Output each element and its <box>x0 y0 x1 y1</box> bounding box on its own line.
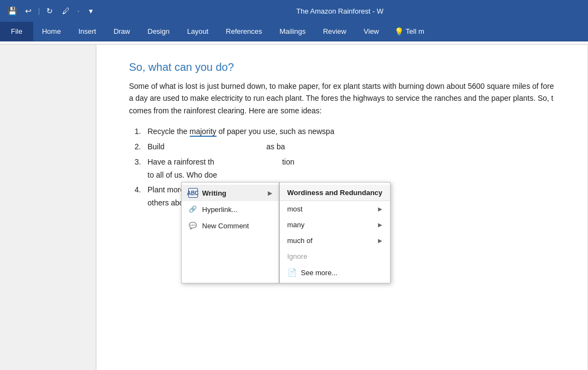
list-number: 4. <box>129 184 141 210</box>
save-icon: 💾 <box>8 7 17 15</box>
list-text: Recycle the majority of paper you use, s… <box>148 125 555 138</box>
title-bar: 💾 ↩ | ↻ 🖊 · ▾ The Amazon Rainforest - W <box>0 0 588 22</box>
document-page: So, what can you do? Some of what is los… <box>97 45 587 370</box>
menu-layout[interactable]: Layout <box>178 22 217 41</box>
comment-icon: 💬 <box>188 221 198 231</box>
highlighted-word: majority <box>190 127 217 137</box>
menu-view[interactable]: View <box>355 22 388 41</box>
submenu-header: Wordiness and Redundancy <box>280 185 391 201</box>
submenu-many-label: many <box>287 221 305 229</box>
menu-draw[interactable]: Draw <box>105 22 139 41</box>
undo-button[interactable]: ↩ <box>22 4 35 17</box>
menu-insert[interactable]: Insert <box>70 22 105 41</box>
list-item: 2. Build as ba <box>129 141 555 154</box>
redo-icon: ↻ <box>46 7 53 15</box>
abc-icon: ABC <box>188 188 198 198</box>
tell-me[interactable]: 💡 Tell m <box>388 22 431 41</box>
undo-icon: ↩ <box>25 7 32 15</box>
submenu-much-of[interactable]: much of ▶ <box>280 233 391 248</box>
ctx-hyperlink[interactable]: 🔗 Hyperlink... <box>182 201 279 217</box>
list-item: 3. Have a rainforest th tionto all of us… <box>129 156 555 182</box>
lightbulb-icon: 💡 <box>394 27 404 36</box>
menu-references[interactable]: References <box>217 22 271 41</box>
dropdown-icon: ▾ <box>89 7 93 15</box>
ctx-new-comment[interactable]: 💬 New Comment <box>182 217 279 234</box>
list-item: 1. Recycle the majority of paper you use… <box>129 125 555 138</box>
redo-button[interactable]: ↻ <box>43 4 56 17</box>
main-area: So, what can you do? Some of what is los… <box>0 45 588 370</box>
document-area: So, what can you do? Some of what is los… <box>95 45 588 370</box>
ctx-new-comment-label: New Comment <box>202 222 249 230</box>
format-icon: 🖊 <box>62 7 70 15</box>
submenu-many-arrow: ▶ <box>378 222 382 228</box>
see-more-label: See more... <box>301 269 338 277</box>
menu-mailings[interactable]: Mailings <box>271 22 315 41</box>
submenu-most-label: most <box>287 205 303 213</box>
submenu-see-more[interactable]: 📄 See more... <box>280 264 391 281</box>
window-title: The Amazon Rainforest - W <box>97 7 583 15</box>
ctx-writing[interactable]: ABC Writing ▶ <box>182 185 279 201</box>
save-button[interactable]: 💾 <box>5 4 19 17</box>
separator-1: | <box>38 7 40 15</box>
menu-bar: File Home Insert Draw Design Layout Refe… <box>0 22 588 41</box>
submenu-ignore-label: Ignore <box>287 252 308 260</box>
left-panel <box>0 45 95 370</box>
submenu-much-of-label: much of <box>287 236 313 245</box>
context-menu-wrapper: ABC Writing ▶ 🔗 Hyperlink... 💬 New Comme… <box>181 182 391 283</box>
dropdown-button[interactable]: ▾ <box>84 4 97 17</box>
tell-me-text: Tell m <box>406 27 424 35</box>
quick-access-toolbar: 💾 ↩ | ↻ 🖊 · ▾ <box>5 4 97 17</box>
separator-2: · <box>77 5 80 17</box>
menu-file[interactable]: File <box>0 22 33 41</box>
menu-home[interactable]: Home <box>33 22 70 41</box>
body-paragraph: Some of what is lost is just burned down… <box>129 80 555 117</box>
ctx-writing-label: Writing <box>202 189 227 197</box>
menu-design[interactable]: Design <box>139 22 178 41</box>
submenu-much-of-arrow: ▶ <box>378 238 382 244</box>
menu-review[interactable]: Review <box>314 22 355 41</box>
list-number: 1. <box>129 125 141 138</box>
submenu-most-arrow: ▶ <box>378 206 382 212</box>
submenu-many[interactable]: many ▶ <box>280 217 391 233</box>
ctx-hyperlink-label: Hyperlink... <box>202 205 238 214</box>
format-button[interactable]: 🖊 <box>59 4 73 17</box>
see-more-icon: 📄 <box>287 268 297 277</box>
writing-submenu: Wordiness and Redundancy most ▶ many ▶ m… <box>279 182 391 283</box>
list-text: Have a rainforest th tionto all of us. W… <box>148 156 555 182</box>
context-menu: ABC Writing ▶ 🔗 Hyperlink... 💬 New Comme… <box>181 182 279 283</box>
list-number: 3. <box>129 156 141 182</box>
list-text: Build as ba <box>148 141 555 154</box>
section-heading: So, what can you do? <box>129 61 555 74</box>
hyperlink-icon: 🔗 <box>188 204 198 214</box>
ctx-writing-arrow: ▶ <box>268 190 272 196</box>
submenu-ignore[interactable]: Ignore <box>280 248 391 264</box>
submenu-most[interactable]: most ▶ <box>280 201 391 217</box>
list-number: 2. <box>129 141 141 154</box>
